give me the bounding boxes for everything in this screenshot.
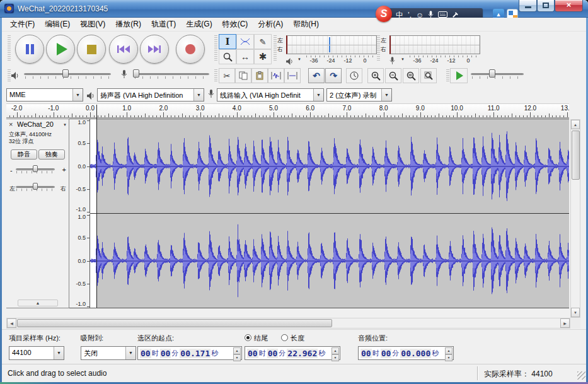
play-at-speed-button[interactable] — [450, 68, 468, 83]
cut-button[interactable]: ✂ — [219, 68, 235, 83]
slider-thumb[interactable] — [33, 165, 38, 172]
vertical-ruler-ch2[interactable]: 1.00.50.0-0.5-1.0 — [69, 214, 90, 308]
track-name-dropdown[interactable]: WeChat_20 ▼ — [17, 120, 67, 129]
end-radio-label[interactable]: 结尾 — [254, 334, 268, 343]
length-radio-label[interactable]: 长度 — [291, 334, 304, 343]
input-channels-select[interactable]: 2 (立体声) 录制 ▼ — [326, 88, 392, 102]
draw-tool-button[interactable]: ✎ — [254, 34, 272, 49]
solo-button[interactable]: 独奏 — [38, 149, 65, 160]
multi-tool-button[interactable]: ✱ — [254, 49, 272, 64]
selection-tool-button[interactable]: I — [219, 34, 236, 49]
sync-lock-button[interactable] — [346, 68, 362, 83]
vertical-scrollbar[interactable]: ▲ ▼ — [570, 119, 580, 318]
mute-button[interactable]: 静音 — [11, 149, 37, 160]
redo-button[interactable]: ↷ — [325, 68, 342, 83]
selection-end-field[interactable]: 00时00分22.962秒 ▲▼ — [245, 346, 340, 360]
pause-button[interactable] — [15, 35, 44, 64]
record-button[interactable] — [176, 35, 205, 64]
output-volume-slider[interactable] — [24, 69, 111, 80]
scroll-up-button[interactable]: ▲ — [571, 120, 580, 129]
vertical-ruler-ch1[interactable]: 1.00.50.0-0.5-1.0 — [69, 119, 90, 213]
skip-to-end-button[interactable] — [140, 35, 169, 64]
menu-item-7[interactable]: 分析(A) — [253, 18, 288, 31]
slider-thumb[interactable] — [489, 69, 495, 78]
menu-item-8[interactable]: 帮助(H) — [288, 18, 324, 31]
toolbar-grip[interactable] — [214, 69, 217, 82]
trim-audio-button[interactable] — [268, 68, 284, 83]
time-spinner[interactable]: ▲▼ — [233, 347, 241, 359]
playback-meter[interactable]: 左 右 ▼ -36-24-120 — [276, 34, 379, 64]
minimize-button[interactable] — [519, 0, 537, 12]
playback-speed-slider[interactable] — [471, 69, 524, 80]
record-meter[interactable]: 左 右 ▼ -36-24-120 — [379, 34, 483, 64]
zoom-in-button[interactable] — [367, 68, 384, 83]
time-spinner[interactable]: ▲▼ — [331, 347, 339, 359]
fit-project-button[interactable] — [420, 68, 437, 83]
track-collapse-button[interactable]: ▲ — [18, 300, 58, 306]
menu-item-5[interactable]: 生成(G) — [181, 18, 217, 31]
input-volume-slider[interactable] — [134, 69, 209, 80]
host-select[interactable]: MME ▼ — [6, 88, 83, 102]
menu-item-2[interactable]: 视图(V) — [75, 18, 110, 31]
menu-item-4[interactable]: 轨道(T) — [146, 18, 181, 31]
spin-down-icon[interactable]: ▼ — [445, 354, 453, 361]
snap-select[interactable]: 关闭 ▼ — [81, 346, 136, 360]
pan-slider[interactable] — [16, 182, 55, 192]
copy-button[interactable] — [235, 68, 251, 83]
maximize-button[interactable] — [537, 0, 555, 12]
sample-rate-select[interactable]: 44100 ▼ — [9, 346, 64, 360]
menu-item-6[interactable]: 特效(C) — [217, 18, 253, 31]
undo-button[interactable]: ↶ — [308, 68, 325, 83]
slider-thumb[interactable] — [33, 183, 38, 190]
output-device-select[interactable]: 扬声器 (VIA High Definition ▼ — [97, 88, 204, 102]
track-close-button[interactable]: × — [9, 120, 13, 128]
input-device-select[interactable]: 线路输入 (VIA High Definit ▼ — [217, 88, 324, 102]
stop-button[interactable] — [77, 35, 106, 64]
resize-grip[interactable] — [577, 371, 585, 380]
close-button[interactable]: × — [555, 0, 583, 12]
toolbar-grip[interactable] — [446, 69, 449, 82]
paste-button[interactable] — [251, 68, 268, 83]
timeshift-tool-button[interactable]: ↔ — [236, 49, 254, 64]
chevron-down-icon[interactable]: ▼ — [193, 89, 204, 101]
spin-down-icon[interactable]: ▼ — [331, 354, 339, 361]
time-spinner[interactable]: ▲▼ — [445, 347, 453, 359]
envelope-tool-button[interactable] — [236, 34, 254, 49]
waveform-channel-2[interactable] — [90, 214, 569, 308]
zoom-tool-button[interactable] — [219, 49, 236, 64]
scroll-down-button[interactable]: ▼ — [571, 308, 580, 317]
toolbar-grip[interactable] — [214, 35, 217, 62]
chevron-down-icon[interactable]: ▼ — [313, 89, 323, 101]
toolbar-grip[interactable] — [8, 69, 11, 82]
spin-up-icon[interactable]: ▲ — [233, 347, 241, 354]
spin-down-icon[interactable]: ▼ — [233, 354, 241, 361]
slider-thumb[interactable] — [133, 69, 139, 78]
toolbar-grip[interactable] — [8, 35, 11, 62]
selection-start-field[interactable]: 00时00分00.171秒 ▲▼ — [137, 346, 242, 360]
menu-item-3[interactable]: 播放(R) — [110, 18, 146, 31]
zoom-out-button[interactable] — [385, 68, 401, 83]
title-bar[interactable]: WeChat_20220213170345 S 中 ’, ☺ ▲ × — [0, 0, 588, 18]
horizontal-scroll-thumb[interactable] — [17, 319, 332, 327]
chevron-down-icon[interactable]: ▼ — [72, 89, 83, 101]
length-radio[interactable] — [281, 334, 288, 341]
scroll-left-button[interactable]: ◀ — [7, 318, 16, 328]
silence-audio-button[interactable] — [284, 68, 301, 83]
spin-up-icon[interactable]: ▲ — [331, 347, 339, 354]
sogou-logo-icon[interactable]: S — [376, 6, 392, 22]
menu-item-1[interactable]: 编辑(E) — [40, 18, 75, 31]
skip-to-start-button[interactable] — [109, 35, 138, 64]
waveform-channel-1[interactable] — [90, 119, 569, 213]
slider-thumb[interactable] — [62, 69, 69, 78]
end-radio[interactable] — [245, 334, 251, 341]
play-button[interactable] — [46, 35, 75, 64]
chevron-down-icon[interactable]: ▼ — [125, 347, 135, 359]
horizontal-scrollbar[interactable]: ◀ ▶ — [6, 318, 570, 329]
timeline-ruler[interactable]: -2.0-1.00.01.02.03.04.05.06.07.08.09.010… — [6, 103, 569, 118]
menu-item-0[interactable]: 文件(F) — [5, 18, 40, 31]
vertical-scroll-thumb[interactable] — [572, 131, 580, 180]
gain-slider[interactable] — [16, 165, 55, 175]
spin-up-icon[interactable]: ▲ — [445, 347, 453, 354]
chevron-down-icon[interactable]: ▼ — [54, 347, 64, 359]
chevron-down-icon[interactable]: ▼ — [381, 89, 391, 101]
